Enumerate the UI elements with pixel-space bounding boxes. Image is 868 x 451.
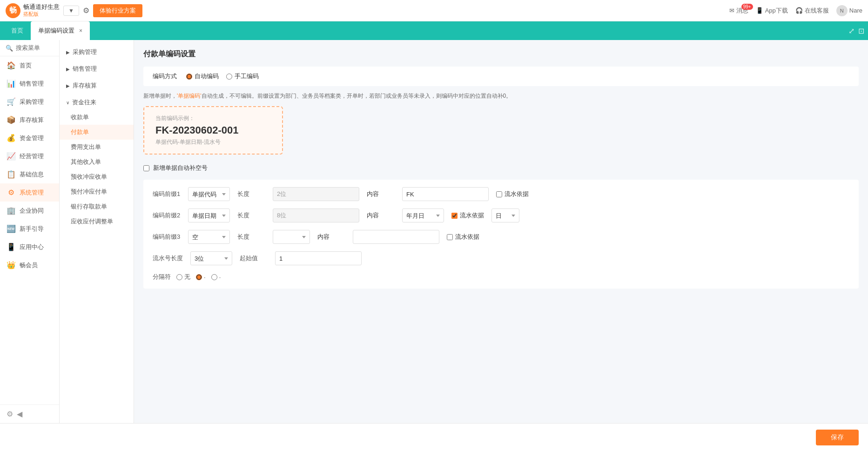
dropdown-button[interactable]: ▼	[63, 6, 79, 16]
sec-item-payment[interactable]: 付款单	[60, 125, 134, 140]
auto-code-label: 自动编码	[195, 72, 219, 81]
length1-label: 长度	[237, 190, 265, 198]
prefix2-select[interactable]: 单据日期	[188, 209, 230, 222]
sidebar-item-enterprise[interactable]: 🏢 企业协同	[0, 202, 59, 220]
settings-section: 编码前缀1 单据代码 长度 内容 流水依据 编码前缀2	[143, 180, 859, 289]
sep-dot-radio[interactable]	[196, 274, 202, 280]
finance-icon: 💰	[7, 134, 16, 142]
serial2-checkbox-item[interactable]: 流水依据	[451, 211, 484, 220]
sales-icon: 📊	[7, 79, 16, 88]
length3-select[interactable]	[273, 230, 310, 244]
sec-item-prepay-payable[interactable]: 预付冲应付单	[60, 184, 134, 199]
sec-item-other-income[interactable]: 其他收入单	[60, 155, 134, 169]
sec-group-inventory-title[interactable]: ▶ 库存核算	[60, 78, 134, 93]
code-example-value: FK-20230602-001	[155, 124, 271, 136]
message-icon: ✉	[729, 7, 734, 14]
sidebar-item-operation[interactable]: 📈 经营管理	[0, 147, 59, 165]
sep-radio-group: 无 · ·	[176, 273, 221, 281]
serial3-checkbox[interactable]	[447, 234, 453, 240]
serial2-label: 流水依据	[460, 211, 484, 220]
sidebar-settings-btn[interactable]: ⚙	[7, 410, 13, 418]
prefix1-label: 编码前缀1	[153, 190, 181, 198]
sidebar-collapse-btn[interactable]: ◀	[17, 410, 22, 418]
tab-current[interactable]: 单据编码设置 ×	[31, 21, 90, 40]
tab-bar: 首页 单据编码设置 × ⤢ ⊡	[0, 21, 868, 40]
sidebar-item-guide[interactable]: 🆕 新手引导	[0, 220, 59, 238]
sidebar-item-system[interactable]: ⚙ 系统管理	[0, 183, 59, 202]
sidebar-finance-label: 资金管理	[20, 134, 44, 142]
sec-group-finance-title[interactable]: ∨ 资金往来	[60, 95, 134, 110]
sidebar-item-purchase[interactable]: 🛒 采购管理	[0, 93, 59, 111]
sep-dot2-option[interactable]: ·	[211, 274, 221, 281]
sidebar-item-sales[interactable]: 📊 销售管理	[0, 74, 59, 93]
serial1-checkbox-item[interactable]: 流水依据	[496, 190, 529, 198]
gear-button[interactable]: ⚙	[83, 6, 89, 15]
message-area[interactable]: ✉ 消息 99+	[729, 7, 748, 15]
length2-label: 长度	[237, 211, 265, 220]
content1-input[interactable]	[402, 187, 489, 201]
content2-label: 内容	[367, 211, 395, 220]
search-menu-btn[interactable]: 🔍 搜索菜单	[0, 40, 59, 56]
logo-text: 畅通道好生意	[23, 3, 60, 11]
save-button[interactable]: 保存	[816, 430, 859, 445]
manual-code-radio[interactable]	[226, 74, 232, 80]
fullscreen-button[interactable]: ⤢	[848, 27, 855, 35]
sec-group-purchase-title[interactable]: ▶ 采购管理	[60, 45, 134, 60]
sidebar-member-label: 畅会员	[20, 261, 38, 269]
serial-length-label: 流水号长度	[153, 254, 183, 263]
online-service-btn[interactable]: 🎧 在线客服	[795, 7, 829, 15]
sec-group-sales-title[interactable]: ▶ 销售管理	[60, 61, 134, 76]
content2-select[interactable]: 年月日	[402, 209, 444, 222]
sidebar-item-finance[interactable]: 💰 资金管理	[0, 129, 59, 147]
sec-item-bank[interactable]: 银行存取款单	[60, 199, 134, 214]
serial1-checkbox[interactable]	[496, 191, 502, 197]
tab-close-icon[interactable]: ×	[79, 27, 82, 34]
panel-title: 付款单编码设置	[143, 49, 859, 59]
sidebar-item-basic[interactable]: 📋 基础信息	[0, 165, 59, 183]
auto-code-radio[interactable]	[186, 74, 192, 80]
purchase-icon: 🛒	[7, 97, 16, 106]
system-icon: ⚙	[7, 188, 16, 197]
prefix3-select[interactable]: 空	[188, 230, 230, 244]
trial-button[interactable]: 体验行业方案	[93, 4, 142, 17]
sec-item-prepay-receivable[interactable]: 预收冲应收单	[60, 169, 134, 184]
arrow-icon: ▶	[66, 67, 70, 72]
auto-fill-checkbox[interactable]	[143, 165, 149, 171]
sec-item-expense[interactable]: 费用支出单	[60, 140, 134, 155]
phone-icon: 📱	[756, 7, 763, 14]
sec-item-receipt[interactable]: 收款单	[60, 110, 134, 125]
arrow-down-icon: ∨	[66, 100, 69, 105]
length2-input	[273, 209, 359, 222]
restore-button[interactable]: ⊡	[858, 27, 864, 35]
sep-dot2-radio[interactable]	[211, 274, 217, 280]
start-value-input[interactable]	[275, 251, 362, 265]
tab-home[interactable]: 首页	[4, 21, 31, 40]
serial-length-select[interactable]: 3位	[190, 251, 232, 265]
code-example-box: 当前编码示例： FK-20230602-001 单据代码-单据日期-流水号	[143, 106, 283, 155]
sep-dot-option[interactable]: ·	[196, 274, 206, 281]
content3-input[interactable]	[353, 230, 439, 244]
user-area[interactable]: N Nare	[836, 5, 862, 16]
sidebar-item-home[interactable]: 🏠 首页	[0, 56, 59, 74]
sec-group-finance-label: 资金往来	[72, 98, 96, 107]
sec-item-adjustment[interactable]: 应收应付调整单	[60, 214, 134, 229]
sidebar-item-inventory[interactable]: 📦 库存核算	[0, 111, 59, 129]
serial3-checkbox-item[interactable]: 流水依据	[447, 233, 479, 241]
search-menu-label: 搜索菜单	[16, 44, 40, 52]
sep-none-radio[interactable]	[176, 274, 182, 280]
sidebar-item-member[interactable]: 👑 畅会员	[0, 256, 59, 274]
app-download-btn[interactable]: 📱 App下载	[756, 7, 788, 15]
sec-group-sales-label: 销售管理	[73, 65, 97, 73]
serial2-unit-select[interactable]: 日	[491, 209, 519, 222]
top-bar-controls: ▼ ⚙ 体验行业方案	[63, 4, 142, 17]
sep-dot2-label: ·	[219, 274, 221, 281]
inventory-icon: 📦	[7, 115, 16, 124]
serial2-checkbox[interactable]	[451, 213, 458, 219]
auto-code-option[interactable]: 自动编码	[186, 72, 219, 81]
arrow-icon: ▶	[66, 83, 70, 88]
prefix1-select[interactable]: 单据代码	[188, 187, 230, 201]
sep-none-option[interactable]: 无	[176, 273, 190, 281]
sidebar-item-apps[interactable]: 📱 应用中心	[0, 238, 59, 256]
manual-code-option[interactable]: 手工编码	[226, 72, 259, 81]
auto-fill-label: 新增单据自动补空号	[153, 164, 208, 172]
